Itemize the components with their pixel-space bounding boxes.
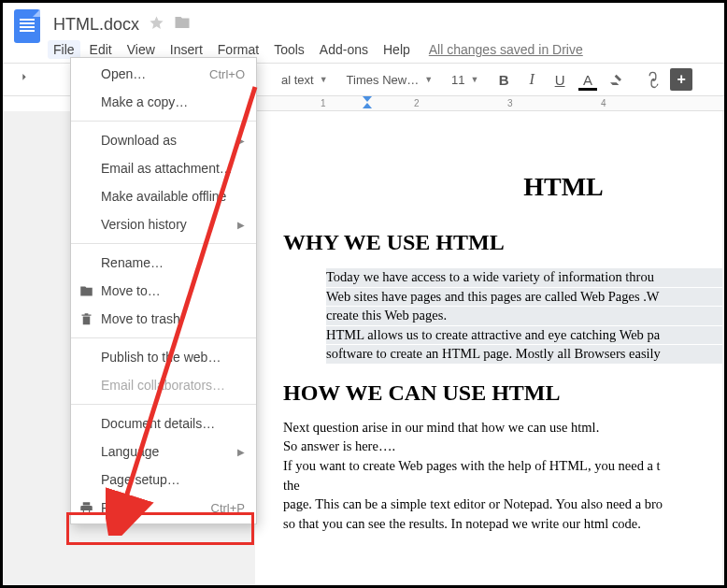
menu-item-label: Publish to the web… [101,350,221,365]
menu-item-document-details[interactable]: Document details… [71,409,256,437]
shortcut-label: Ctrl+P [211,501,245,515]
doc-heading-2: HOW WE CAN USE HTML [283,380,722,406]
font-size-value: 11 [451,73,464,87]
menu-item-download-as[interactable]: Download as▶ [71,126,256,154]
menu-edit[interactable]: Edit [90,42,112,57]
doc-paragraph: Next question arise in our mind that how… [283,419,722,437]
menu-file[interactable]: File [48,40,80,59]
menu-item-label: Version history [101,217,187,232]
menu-item-language[interactable]: Language▶ [71,437,256,466]
insert-link-button[interactable] [640,66,666,93]
menu-item-label: Make available offline [101,189,226,204]
doc-heading-1: HTML [283,172,722,202]
doc-heading-2: WHY WE USE HTML [283,230,722,255]
menu-separator [71,121,256,122]
save-status[interactable]: All changes saved in Drive [429,42,583,57]
doc-paragraph: Today we have access to a wide variety o… [326,268,722,287]
menu-separator [71,404,256,405]
doc-paragraph: HTML allows us to create attractive and … [326,326,722,345]
chevron-right-icon: ▶ [237,136,245,146]
font-family-dropdown[interactable]: Times New…▼ [339,66,440,93]
bold-button[interactable]: B [491,66,517,93]
menu-item-label: Download as [101,133,177,148]
doc-paragraph: the [283,477,722,495]
menu-addons[interactable]: Add-ons [320,42,368,57]
folder-icon[interactable] [174,14,191,35]
italic-button[interactable]: I [519,66,545,93]
chevron-down-icon: ▼ [471,75,479,84]
ruler-tick: 3 [507,98,513,108]
doc-paragraph: So answer is here…. [283,437,722,456]
doc-paragraph: Web sites have pages and this pages are … [326,288,722,307]
menu-item-label: Document details… [101,416,215,431]
document-title[interactable]: HTML.docx [53,15,139,35]
font-size-dropdown[interactable]: 11▼ [444,66,487,93]
menu-item-make-copy[interactable]: Make a copy… [71,88,256,116]
menu-item-label: Page setup… [101,472,180,487]
text-color-button[interactable]: A [575,66,601,93]
ruler-tick: 1 [321,98,326,108]
star-icon[interactable] [149,15,164,35]
paragraph-style-dropdown[interactable]: al text▼ [274,66,335,93]
ruler-tick: 2 [414,98,420,108]
menu-item-label: Email as attachment… [101,161,233,176]
menu-separator [71,243,256,244]
menu-item-label: Move to… [101,283,161,298]
print-icon [78,500,93,515]
menu-view[interactable]: View [127,42,155,57]
menu-format[interactable]: Format [218,42,259,57]
menu-item-version-history[interactable]: Version history▶ [71,210,256,238]
doc-paragraph: so that you can see the results. In note… [283,515,722,534]
chevron-down-icon: ▼ [320,75,328,84]
menu-item-email-collaborators: Email collaborators… [71,371,256,399]
doc-paragraph: page. This can be a simple text editor o… [283,495,722,514]
menu-help[interactable]: Help [383,42,410,57]
menu-item-open[interactable]: Open…Ctrl+O [71,60,256,88]
shortcut-label: Ctrl+O [209,67,245,81]
menu-item-rename[interactable]: Rename… [71,249,256,277]
chevron-right-icon: ▶ [237,220,245,230]
font-family-label: Times New… [347,73,420,87]
menu-item-print[interactable]: PrintCtrl+P [71,494,256,522]
menu-item-publish-web[interactable]: Publish to the web… [71,343,256,371]
highlight-color-button[interactable] [603,66,629,93]
doc-paragraph: If you want to create Web pages with the… [283,457,722,476]
menu-tools[interactable]: Tools [274,42,305,57]
document-page[interactable]: HTML WHY WE USE HTML Today we have acces… [255,111,722,585]
google-docs-icon[interactable] [14,9,40,43]
menu-item-label: Rename… [101,255,164,270]
menu-item-label: Email collaborators… [101,378,225,393]
trash-icon [78,311,93,326]
menu-separator [71,337,256,338]
file-menu-dropdown: Open…Ctrl+O Make a copy… Download as▶ Em… [70,57,257,524]
indent-marker[interactable] [363,96,372,108]
chevron-down-icon: ▼ [424,75,433,84]
menu-item-label: Print [101,500,128,515]
paragraph-style-label: al text [281,73,314,87]
doc-paragraph: software to create an HTML page. Mostly … [326,345,722,364]
menu-item-label: Open… [101,66,146,81]
undo-button[interactable] [12,66,38,93]
menu-item-label: Move to trash [101,311,180,326]
doc-paragraph: create this Web pages. [326,307,722,325]
menu-item-move-to-trash[interactable]: Move to trash [71,305,256,333]
menu-item-label: Make a copy… [101,94,188,109]
ruler-tick: 4 [601,98,606,108]
chevron-right-icon: ▶ [237,447,245,457]
folder-icon [78,283,93,298]
menu-item-label: Language [101,444,159,459]
menu-item-email-attachment[interactable]: Email as attachment… [71,154,256,182]
menu-insert[interactable]: Insert [170,42,203,57]
plus-icon: + [670,68,692,91]
menu-item-move-to[interactable]: Move to… [71,277,256,305]
menu-item-available-offline[interactable]: Make available offline [71,182,256,210]
horizontal-ruler[interactable]: 1 2 3 4 [255,96,724,111]
menu-item-page-setup[interactable]: Page setup… [71,466,256,494]
underline-button[interactable]: U [547,66,573,93]
more-toolbar-button[interactable]: + [668,66,694,93]
